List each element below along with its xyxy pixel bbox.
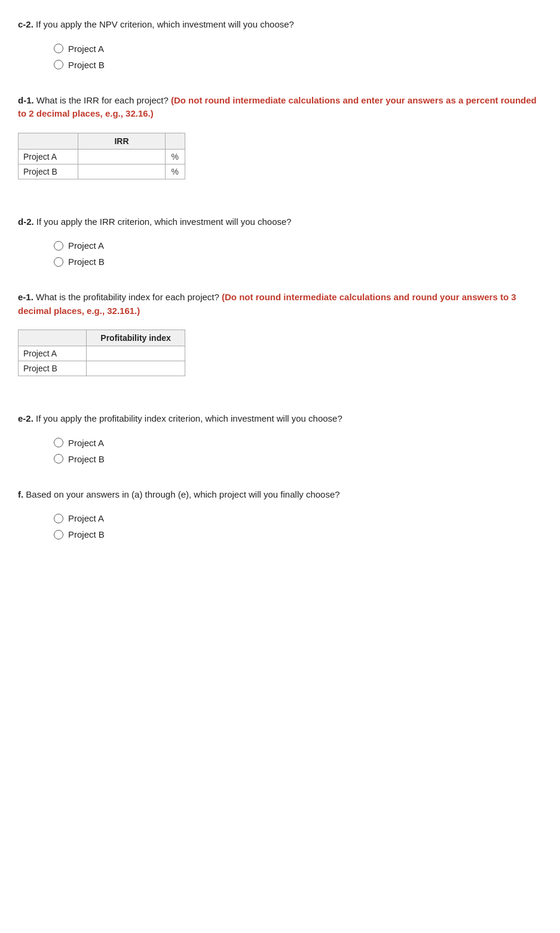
e1-row-a-label: Project A bbox=[19, 346, 87, 361]
section-e1: e-1. What is the profitability index for… bbox=[18, 291, 542, 376]
c2-option-b-label: Project B bbox=[68, 60, 105, 70]
section-e2: e-2. If you apply the profitability inde… bbox=[18, 412, 542, 464]
c2-label: c-2. bbox=[18, 19, 33, 29]
d1-unit-header bbox=[165, 133, 185, 149]
e2-option-a-label: Project A bbox=[68, 438, 104, 448]
f-radio-group: Project A Project B bbox=[54, 513, 542, 539]
c2-question: c-2. If you apply the NPV criterion, whi… bbox=[18, 18, 542, 32]
e2-question: e-2. If you apply the profitability inde… bbox=[18, 412, 542, 426]
section-d2: d-2. If you apply the IRR criterion, whi… bbox=[18, 215, 542, 267]
e1-pi-a-input[interactable] bbox=[87, 346, 185, 361]
d1-row-a: Project A % bbox=[19, 149, 185, 164]
d1-row-b: Project B % bbox=[19, 164, 185, 179]
d1-row-a-input-cell bbox=[78, 149, 165, 164]
e1-empty-header bbox=[19, 330, 87, 346]
c2-option-b[interactable]: Project B bbox=[54, 60, 542, 70]
e1-pi-header: Profitability index bbox=[87, 330, 185, 346]
section-d1: d-1. What is the IRR for each project? (… bbox=[18, 94, 542, 179]
f-option-a-label: Project A bbox=[68, 513, 104, 523]
d1-irr-b-input[interactable] bbox=[78, 164, 164, 179]
e1-row-b: Project B bbox=[19, 361, 185, 376]
e1-row-b-input-cell bbox=[87, 361, 185, 376]
e1-row-b-label: Project B bbox=[19, 361, 87, 376]
d1-irr-header: IRR bbox=[78, 133, 165, 149]
d2-option-a[interactable]: Project A bbox=[54, 240, 542, 251]
d1-row-a-unit: % bbox=[165, 149, 185, 164]
c2-radio-a[interactable] bbox=[54, 44, 63, 53]
f-option-b[interactable]: Project B bbox=[54, 529, 542, 539]
f-option-a[interactable]: Project A bbox=[54, 513, 542, 523]
c2-option-a[interactable]: Project A bbox=[54, 44, 542, 54]
e1-row-a-input-cell bbox=[87, 346, 185, 361]
d2-radio-a[interactable] bbox=[54, 241, 63, 251]
e2-radio-b[interactable] bbox=[54, 454, 63, 464]
d2-radio-b[interactable] bbox=[54, 257, 63, 267]
d2-option-a-label: Project A bbox=[68, 240, 104, 251]
d1-row-b-label: Project B bbox=[19, 164, 78, 179]
e2-option-b[interactable]: Project B bbox=[54, 454, 542, 464]
d1-empty-header bbox=[19, 133, 78, 149]
e2-label: e-2. bbox=[18, 413, 33, 423]
f-question: f. Based on your answers in (a) through … bbox=[18, 488, 542, 502]
d1-row-b-unit: % bbox=[165, 164, 185, 179]
e1-pi-b-input[interactable] bbox=[87, 361, 185, 376]
section-c2: c-2. If you apply the NPV criterion, whi… bbox=[18, 18, 542, 70]
e1-text: What is the profitability index for each… bbox=[36, 292, 222, 302]
d1-irr-a-input[interactable] bbox=[78, 150, 164, 164]
e2-text: If you apply the profitability index cri… bbox=[36, 413, 342, 423]
f-radio-b[interactable] bbox=[54, 530, 63, 539]
c2-option-a-label: Project A bbox=[68, 44, 104, 54]
section-f: f. Based on your answers in (a) through … bbox=[18, 488, 542, 540]
d1-row-a-label: Project A bbox=[19, 149, 78, 164]
e1-question: e-1. What is the profitability index for… bbox=[18, 291, 542, 318]
c2-text: If you apply the NPV criterion, which in… bbox=[36, 19, 294, 29]
c2-radio-group: Project A Project B bbox=[54, 44, 542, 70]
d1-label: d-1. bbox=[18, 95, 34, 105]
e1-row-a: Project A bbox=[19, 346, 185, 361]
d2-option-b-label: Project B bbox=[68, 257, 105, 267]
f-label: f. bbox=[18, 489, 23, 499]
d2-question: d-2. If you apply the IRR criterion, whi… bbox=[18, 215, 542, 229]
d2-text: If you apply the IRR criterion, which in… bbox=[36, 217, 292, 227]
f-radio-a[interactable] bbox=[54, 514, 63, 523]
e1-table: Profitability index Project A Project B bbox=[18, 330, 185, 376]
d2-radio-group: Project A Project B bbox=[54, 240, 542, 267]
d2-label: d-2. bbox=[18, 217, 34, 227]
d1-table: IRR Project A % Project B % bbox=[18, 133, 185, 179]
f-text: Based on your answers in (a) through (e)… bbox=[26, 489, 339, 499]
e2-option-b-label: Project B bbox=[68, 454, 105, 464]
d1-row-b-input-cell bbox=[78, 164, 165, 179]
e2-radio-a[interactable] bbox=[54, 438, 63, 447]
d1-question: d-1. What is the IRR for each project? (… bbox=[18, 94, 542, 121]
e2-radio-group: Project A Project B bbox=[54, 438, 542, 464]
e2-option-a[interactable]: Project A bbox=[54, 438, 542, 448]
e1-label: e-1. bbox=[18, 292, 33, 302]
d2-option-b[interactable]: Project B bbox=[54, 257, 542, 267]
f-option-b-label: Project B bbox=[68, 529, 105, 539]
d1-text: What is the IRR for each project? bbox=[36, 95, 171, 105]
c2-radio-b[interactable] bbox=[54, 60, 63, 69]
